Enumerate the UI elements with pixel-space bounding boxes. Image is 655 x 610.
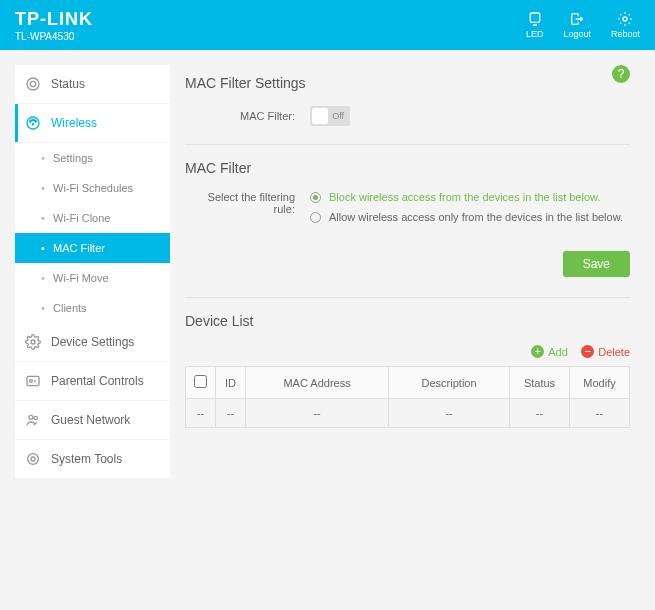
wireless-icon bbox=[25, 115, 41, 131]
radio-block[interactable] bbox=[310, 192, 321, 203]
col-mac: MAC Address bbox=[246, 367, 389, 399]
device-icon bbox=[25, 334, 41, 350]
minus-icon: − bbox=[581, 345, 594, 358]
macfilter-label: MAC Filter: bbox=[185, 110, 310, 122]
subnav-macfilter[interactable]: MAC Filter bbox=[15, 233, 170, 263]
subnav-move[interactable]: Wi-Fi Move bbox=[15, 263, 170, 293]
svg-point-10 bbox=[29, 415, 33, 419]
subnav-schedules[interactable]: Wi-Fi Schedules bbox=[15, 173, 170, 203]
col-desc: Description bbox=[389, 367, 510, 399]
svg-point-4 bbox=[30, 81, 35, 86]
tools-icon bbox=[25, 451, 41, 467]
led-icon bbox=[527, 11, 543, 27]
table-row: -- -- -- -- -- -- bbox=[186, 399, 630, 428]
col-id: ID bbox=[216, 367, 246, 399]
svg-point-2 bbox=[623, 17, 627, 21]
nav-status[interactable]: Status bbox=[15, 65, 170, 103]
divider bbox=[185, 297, 630, 298]
header: TP-LINK TL-WPA4530 LED Logout Reboot bbox=[0, 0, 655, 50]
rule-label: Select the filtering rule: bbox=[185, 191, 310, 215]
reboot-icon bbox=[617, 11, 633, 27]
model: TL-WPA4530 bbox=[15, 31, 93, 42]
reboot-button[interactable]: Reboot bbox=[611, 11, 640, 39]
macfilter-toggle[interactable]: Off bbox=[310, 106, 350, 126]
section-title-devicelist: Device List bbox=[185, 313, 630, 329]
radio-allow[interactable] bbox=[310, 212, 321, 223]
logout-button[interactable]: Logout bbox=[563, 11, 591, 39]
nav-tools[interactable]: System Tools bbox=[15, 440, 170, 478]
radio-allow-label: Allow wireless access only from the devi… bbox=[329, 211, 623, 223]
main-content: ? MAC Filter Settings MAC Filter: Off MA… bbox=[170, 50, 655, 494]
svg-point-13 bbox=[28, 454, 39, 465]
svg-point-12 bbox=[31, 457, 35, 461]
nav-wireless[interactable]: Wireless bbox=[15, 104, 170, 142]
svg-point-6 bbox=[32, 124, 33, 125]
radio-block-label: Block wireless access from the devices i… bbox=[329, 191, 600, 203]
nav-guest[interactable]: Guest Network bbox=[15, 401, 170, 439]
svg-point-11 bbox=[34, 416, 37, 419]
guest-icon bbox=[25, 412, 41, 428]
svg-point-3 bbox=[27, 78, 39, 90]
subnav-clone[interactable]: Wi-Fi Clone bbox=[15, 203, 170, 233]
table-header-row: ID MAC Address Description Status Modify bbox=[186, 367, 630, 399]
sidebar: Status Wireless Settings Wi-Fi Schedules… bbox=[0, 50, 170, 494]
logo: TP-LINK bbox=[15, 9, 93, 30]
nav-device-settings[interactable]: Device Settings bbox=[15, 323, 170, 361]
col-status: Status bbox=[510, 367, 570, 399]
add-button[interactable]: + Add bbox=[531, 345, 568, 358]
select-all-checkbox[interactable] bbox=[194, 375, 207, 388]
svg-point-9 bbox=[30, 380, 33, 383]
subnav-settings[interactable]: Settings bbox=[15, 143, 170, 173]
plus-icon: + bbox=[531, 345, 544, 358]
svg-rect-0 bbox=[530, 13, 539, 22]
section-title-settings: MAC Filter Settings bbox=[185, 75, 630, 91]
help-button[interactable]: ? bbox=[612, 65, 630, 83]
subnav-clients[interactable]: Clients bbox=[15, 293, 170, 323]
save-button[interactable]: Save bbox=[563, 251, 630, 277]
logout-icon bbox=[569, 11, 585, 27]
divider bbox=[185, 144, 630, 145]
nav-parental[interactable]: Parental Controls bbox=[15, 362, 170, 400]
device-table: ID MAC Address Description Status Modify… bbox=[185, 366, 630, 428]
col-modify: Modify bbox=[570, 367, 630, 399]
parental-icon bbox=[25, 373, 41, 389]
status-icon bbox=[25, 76, 41, 92]
led-button[interactable]: LED bbox=[526, 11, 544, 39]
svg-point-7 bbox=[31, 340, 35, 344]
section-title-filter: MAC Filter bbox=[185, 160, 630, 176]
delete-button[interactable]: − Delete bbox=[581, 345, 630, 358]
